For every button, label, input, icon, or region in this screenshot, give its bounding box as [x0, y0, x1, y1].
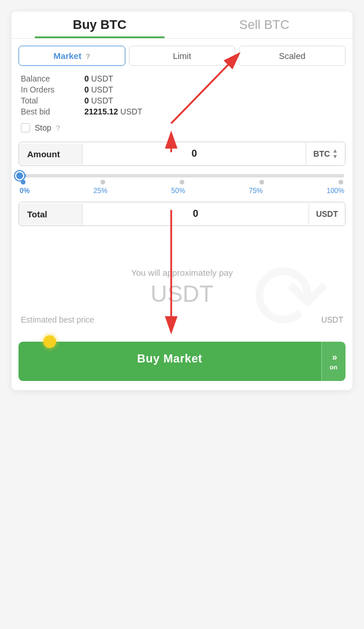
market-help-icon[interactable]: ? [86, 52, 90, 61]
slider-label-25[interactable]: 25% [94, 187, 107, 195]
slider-dot-50 [180, 180, 184, 184]
amount-label: Amount [19, 143, 83, 165]
stop-checkbox[interactable] [21, 123, 30, 132]
trading-panel: Buy BTC Sell BTC Market ? Limit Scaled B… [12, 12, 352, 390]
slider-thumb [15, 171, 24, 180]
tab-market[interactable]: Market ? [18, 46, 125, 66]
balance-info: Balance 0 USDT In Orders 0 USDT Total 0 … [12, 71, 352, 121]
estimated-value: USDT [321, 315, 343, 324]
balance-label: Balance [21, 74, 84, 83]
best-bid-label: Best bid [21, 107, 84, 116]
slider-dot-100 [339, 180, 343, 184]
total-input-group: Total USDT [18, 202, 346, 226]
yellow-dot-decoration [43, 335, 56, 348]
stop-row: Stop ? [12, 121, 352, 138]
buy-button-row: Buy Market » on [18, 342, 346, 381]
amount-currency: BTC ▲▼ [306, 142, 345, 165]
slider-track [20, 174, 344, 177]
payment-currency-display: USDT [21, 281, 343, 307]
total-balance-value: 0 USDT [84, 96, 343, 105]
buy-button-side[interactable]: » on [321, 342, 346, 381]
balance-value: 0 USDT [84, 74, 343, 83]
buy-market-button[interactable]: Buy Market [18, 342, 321, 381]
tab-buy[interactable]: Buy BTC [18, 17, 181, 38]
in-orders-value: 0 USDT [84, 85, 343, 94]
best-bid-value: 21215.12 USDT [84, 107, 343, 116]
slider-dot-0 [21, 180, 25, 184]
slider-label-50[interactable]: 50% [171, 187, 185, 195]
side-on-label: on [330, 364, 337, 371]
payment-section: You will approximately pay USDT Estimate… [12, 233, 352, 336]
slider-dot-75 [259, 180, 264, 184]
amount-input-group: Amount BTC ▲▼ [18, 142, 346, 166]
slider-label-0[interactable]: 0% [20, 187, 29, 195]
order-type-tabs: Market ? Limit Scaled [12, 39, 352, 71]
slider-dots [20, 180, 344, 184]
slider-container: 0% 25% 50% 75% 100% [12, 169, 352, 198]
estimated-row: Estimated best price USDT [21, 315, 343, 324]
currency-selector[interactable]: ▲▼ [332, 148, 338, 160]
slider-label-75[interactable]: 75% [249, 187, 263, 195]
chevron-icon: » [332, 352, 335, 362]
estimated-label: Estimated best price [21, 315, 94, 324]
stop-help-icon[interactable]: ? [56, 124, 60, 132]
in-orders-label: In Orders [21, 85, 84, 94]
tab-sell[interactable]: Sell BTC [183, 17, 346, 38]
tab-scaled[interactable]: Scaled [239, 46, 346, 66]
buy-sell-tabs: Buy BTC Sell BTC [12, 12, 352, 39]
tab-limit[interactable]: Limit [129, 46, 236, 66]
total-label: Total [19, 204, 83, 225]
slider-dot-25 [101, 180, 105, 184]
slider-labels: 0% 25% 50% 75% 100% [20, 187, 344, 195]
slider-label-100[interactable]: 100% [326, 187, 344, 195]
amount-input[interactable] [83, 142, 306, 165]
total-input[interactable] [83, 202, 309, 225]
approximate-pay-label: You will approximately pay [21, 268, 343, 278]
stop-label: Stop [35, 123, 51, 132]
total-balance-label: Total [21, 96, 84, 105]
total-currency: USDT [309, 204, 345, 224]
